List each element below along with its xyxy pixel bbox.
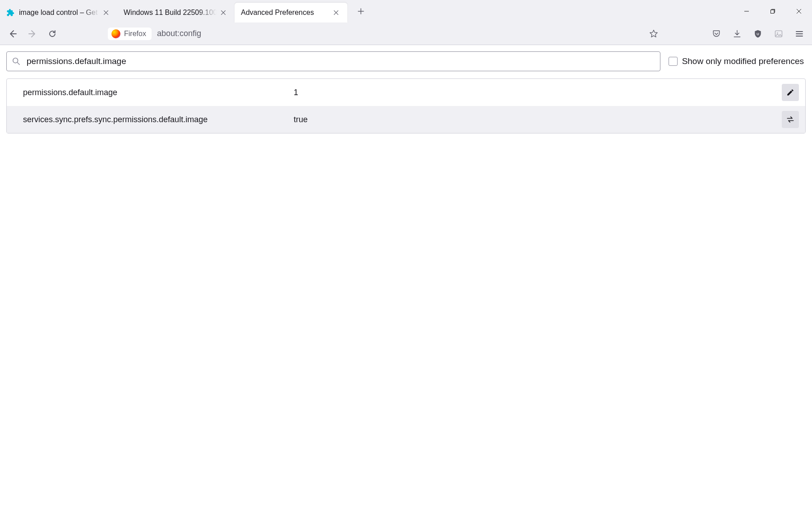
- url-bar[interactable]: Firefox about:config: [105, 25, 664, 43]
- pref-value: 1: [294, 88, 782, 97]
- url-text: about:config: [157, 29, 201, 38]
- reload-button[interactable]: [44, 26, 60, 42]
- identity-label: Firefox: [124, 30, 146, 38]
- minimize-button[interactable]: [734, 0, 760, 23]
- pref-name: services.sync.prefs.sync.permissions.def…: [23, 115, 294, 124]
- show-only-modified-checkbox[interactable]: Show only modified preferences: [669, 56, 806, 66]
- close-window-button[interactable]: [786, 0, 812, 23]
- svg-rect-0: [771, 10, 775, 14]
- svg-point-4: [13, 58, 18, 63]
- show-only-modified-label: Show only modified preferences: [682, 56, 804, 66]
- maximize-button[interactable]: [760, 0, 786, 23]
- identity-box[interactable]: Firefox: [108, 28, 152, 40]
- toggle-button[interactable]: [782, 111, 799, 128]
- tab-title: image load control – Get this E: [19, 9, 99, 17]
- forward-button[interactable]: [24, 26, 41, 42]
- pocket-button[interactable]: [708, 26, 724, 42]
- tab-title: Advanced Preferences: [241, 9, 329, 17]
- svg-rect-2: [775, 31, 782, 37]
- tab-inactive-1[interactable]: image load control – Get this E: [0, 3, 117, 23]
- firefox-icon: [111, 29, 120, 38]
- pencil-icon: [786, 88, 794, 96]
- search-icon: [12, 57, 20, 65]
- back-button[interactable]: [5, 26, 21, 42]
- svg-point-3: [777, 32, 778, 34]
- tab-close-button[interactable]: [331, 8, 341, 18]
- image-icon[interactable]: [770, 26, 787, 42]
- tab-title: Windows 11 Build 22509.1000 rolls: [124, 9, 217, 17]
- pref-search-input[interactable]: [27, 56, 655, 66]
- svg-text:U: U: [757, 32, 759, 36]
- app-menu-button[interactable]: [791, 26, 807, 42]
- downloads-button[interactable]: [729, 26, 745, 42]
- tab-active[interactable]: Advanced Preferences: [235, 3, 347, 23]
- puzzle-icon: [6, 9, 14, 17]
- toolbar-right: U: [708, 26, 807, 42]
- tab-close-button[interactable]: [218, 8, 228, 18]
- new-tab-button[interactable]: [353, 3, 369, 19]
- checkbox-icon: [669, 57, 678, 66]
- bookmark-star-button[interactable]: [646, 27, 661, 41]
- prefs-table: permissions.default.image 1 services.syn…: [6, 78, 806, 133]
- navigation-toolbar: Firefox about:config U: [0, 23, 812, 45]
- pref-name: permissions.default.image: [23, 88, 294, 97]
- tab-inactive-2[interactable]: Windows 11 Build 22509.1000 rolls: [117, 3, 235, 23]
- pref-value: true: [294, 115, 782, 124]
- toggle-arrows-icon: [786, 115, 795, 124]
- pref-row[interactable]: permissions.default.image 1: [7, 79, 805, 106]
- pref-search-box[interactable]: [6, 51, 660, 71]
- window-controls: [734, 0, 812, 23]
- about-config-content: Show only modified preferences permissio…: [0, 45, 812, 140]
- edit-button[interactable]: [782, 84, 799, 101]
- tab-bar: image load control – Get this E Windows …: [0, 0, 812, 23]
- ublock-shield-icon[interactable]: U: [750, 26, 766, 42]
- pref-row[interactable]: services.sync.prefs.sync.permissions.def…: [7, 106, 805, 133]
- tab-close-button[interactable]: [101, 8, 111, 18]
